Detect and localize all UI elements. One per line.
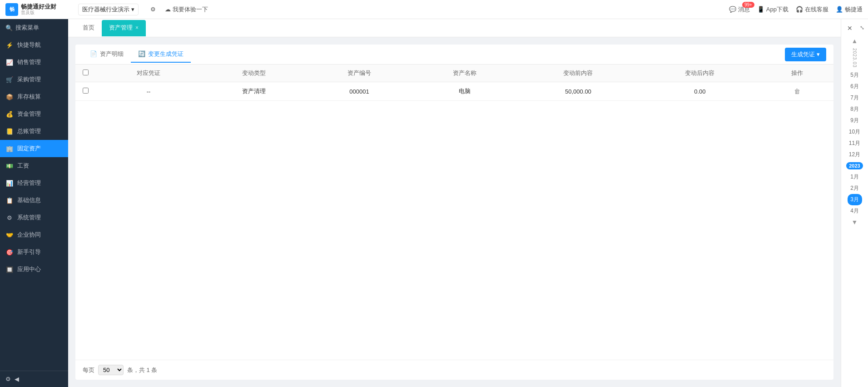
timeline-month-7[interactable]: 7月 bbox=[841, 92, 868, 104]
tab-bar: 首页 资产管理 × bbox=[68, 19, 841, 37]
sub-tabs: 📄 资产明细 🔄 变更生成凭证 生成凭证 ▾ bbox=[75, 45, 833, 64]
header-action: 操作 bbox=[761, 64, 833, 82]
header-checkbox-cell bbox=[75, 64, 96, 82]
sidebar-item-sales[interactable]: 📈 销售管理 bbox=[0, 54, 68, 71]
header-tools: ⚙ ☁ 我要体验一下 bbox=[147, 4, 212, 15]
row-checkbox[interactable] bbox=[83, 88, 89, 94]
sidebar-item-quick-nav[interactable]: ⚡ 快捷导航 bbox=[0, 36, 68, 54]
sidebar-item-system[interactable]: ⚙ 系统管理 bbox=[0, 209, 68, 226]
timeline-scroll-down[interactable]: ▼ bbox=[850, 217, 860, 228]
search-icon: 🔍 bbox=[5, 25, 13, 31]
main-card: 📄 资产明细 🔄 变更生成凭证 生成凭证 ▾ bbox=[75, 45, 833, 380]
timeline-month-10[interactable]: 10月 bbox=[841, 126, 868, 138]
generate-voucher-button[interactable]: 生成凭证 ▾ bbox=[785, 48, 826, 61]
tab-close-icon[interactable]: × bbox=[135, 25, 139, 31]
sidebar-item-inventory[interactable]: 📦 库存核算 bbox=[0, 88, 68, 105]
operations-icon: 📊 bbox=[5, 179, 14, 187]
logo-icon: 畅 bbox=[5, 3, 18, 16]
row-asset-code: 000001 bbox=[307, 82, 412, 101]
table-footer: 每页 50 10 20 100 条，共 1 条 bbox=[75, 360, 833, 380]
timeline-month-11[interactable]: 11月 bbox=[841, 138, 868, 149]
settings-bottom-icon[interactable]: ⚙ bbox=[5, 376, 11, 382]
page-content: 📄 资产明细 🔄 变更生成凭证 生成凭证 ▾ bbox=[68, 37, 841, 387]
logo-text: 畅捷通好业财 普及版 bbox=[21, 3, 56, 16]
header-asset-code: 资产编号 bbox=[307, 64, 412, 82]
timeline-2023-month-1[interactable]: 1月 bbox=[841, 171, 868, 183]
top-header: 畅 畅捷通好业财 普及版 医疗器械行业演示 ▾ ⚙ ☁ 我要体验一下 💬 消息 … bbox=[0, 0, 868, 19]
experience-button[interactable]: ☁ 我要体验一下 bbox=[161, 4, 212, 15]
timeline-month-12[interactable]: 12月 bbox=[841, 149, 868, 160]
tab-home[interactable]: 首页 bbox=[75, 20, 102, 36]
row-before-change: 50,000.00 bbox=[517, 82, 639, 101]
table-wrap: 对应凭证 变动类型 资产编号 资产名称 bbox=[75, 64, 833, 360]
purchase-icon: 🛒 bbox=[5, 75, 14, 84]
sidebar-item-purchase[interactable]: 🛒 采购管理 bbox=[0, 71, 68, 88]
page-size-select[interactable]: 50 10 20 100 bbox=[98, 365, 124, 375]
basic-info-icon: 📋 bbox=[5, 196, 14, 204]
ledger-icon: 📒 bbox=[5, 127, 14, 135]
settings-button[interactable]: ⚙ bbox=[147, 5, 159, 14]
table-row: -- 资产清理 000001 电脑 50,000.00 0.00 🗑 bbox=[75, 82, 833, 101]
sidebar-item-apps[interactable]: 🔲 应用中心 bbox=[0, 261, 68, 278]
panel-header-btns: ✕ ⤡ bbox=[841, 23, 868, 35]
timeline-month-8[interactable]: 8月 bbox=[841, 104, 868, 115]
content-area: 首页 资产管理 × 📄 资产明细 🔄 变更生成凭证 bbox=[68, 19, 841, 387]
collapse-button[interactable]: ◀ bbox=[15, 376, 19, 382]
guide-icon: 🎯 bbox=[5, 248, 14, 256]
salary-icon: 💵 bbox=[5, 162, 14, 170]
customer-service-button[interactable]: 🎧 在线客服 bbox=[796, 5, 828, 14]
row-voucher: -- bbox=[96, 82, 201, 101]
timeline-month-5[interactable]: 5月 bbox=[841, 69, 868, 81]
message-badge: 99+ bbox=[742, 2, 754, 8]
timeline-month-9[interactable]: 9月 bbox=[841, 115, 868, 126]
panel-expand-button[interactable]: ⤡ bbox=[858, 23, 866, 34]
select-all-checkbox[interactable] bbox=[83, 69, 89, 75]
row-change-type: 资产清理 bbox=[201, 82, 307, 101]
timeline-2023-month-2[interactable]: 2月 bbox=[841, 183, 868, 194]
row-asset-name: 电脑 bbox=[412, 82, 517, 101]
quick-nav-icon: ⚡ bbox=[5, 41, 14, 49]
sidebar-item-basic-info[interactable]: 📋 基础信息 bbox=[0, 192, 68, 209]
user-menu[interactable]: 👤 畅捷通 bbox=[836, 5, 863, 14]
app-download-button[interactable]: 📱 App下载 bbox=[757, 5, 789, 14]
delete-button[interactable]: 🗑 bbox=[791, 87, 803, 96]
finance-icon: 💰 bbox=[5, 110, 14, 118]
row-checkbox-cell bbox=[75, 82, 96, 101]
table-header-row: 对应凭证 变动类型 资产编号 资产名称 bbox=[75, 64, 833, 82]
message-icon: 💬 bbox=[729, 6, 736, 13]
timeline-2023-month-4[interactable]: 4月 bbox=[841, 205, 868, 217]
year-header-label: 2023.03 bbox=[852, 48, 857, 68]
fixed-assets-icon: 🏢 bbox=[5, 144, 14, 153]
timeline-2023-month-3[interactable]: 3月 bbox=[848, 194, 862, 205]
cooperation-icon: 🤝 bbox=[5, 231, 14, 239]
main-layout: 🔍 搜索菜单 ⚡ 快捷导航 📈 销售管理 🛒 采购管理 📦 库存核算 💰 资金管… bbox=[0, 19, 868, 387]
sidebar-item-finance[interactable]: 💰 资金管理 bbox=[0, 105, 68, 123]
company-name: 医疗器械行业演示 bbox=[82, 5, 129, 14]
timeline-scroll-up[interactable]: ▲ bbox=[850, 35, 860, 46]
tab-asset-mgmt[interactable]: 资产管理 × bbox=[102, 20, 146, 36]
message-button[interactable]: 💬 消息 99+ bbox=[729, 5, 750, 14]
panel-close-button[interactable]: ✕ bbox=[845, 23, 854, 34]
gear-icon: ⚙ bbox=[150, 6, 156, 13]
apps-icon: 🔲 bbox=[5, 265, 14, 273]
sidebar-search[interactable]: 🔍 搜索菜单 bbox=[0, 19, 68, 36]
sidebar-item-salary[interactable]: 💵 工资 bbox=[0, 157, 68, 174]
exchange-icon: 🔄 bbox=[138, 50, 145, 57]
header-asset-name: 资产名称 bbox=[412, 64, 517, 82]
timeline-month-6[interactable]: 6月 bbox=[841, 81, 868, 92]
sidebar-item-guide[interactable]: 🎯 新手引导 bbox=[0, 243, 68, 261]
app-name: 畅捷通好业财 bbox=[21, 3, 56, 10]
sidebar-item-operations[interactable]: 📊 经营管理 bbox=[0, 174, 68, 192]
sidebar-item-ledger[interactable]: 📒 总账管理 bbox=[0, 123, 68, 140]
sidebar-item-cooperation[interactable]: 🤝 企业协同 bbox=[0, 226, 68, 243]
company-selector[interactable]: 医疗器械行业演示 ▾ bbox=[78, 4, 139, 15]
table-icon: 📄 bbox=[90, 50, 97, 57]
service-icon: 🎧 bbox=[796, 6, 803, 13]
header-right: 💬 消息 99+ 📱 App下载 🎧 在线客服 👤 畅捷通 bbox=[729, 5, 863, 14]
right-panel: ✕ ⤡ ▲ 2023.03 5月 6月 7月 8月 9月 10月 11月 12月… bbox=[841, 19, 868, 387]
sub-tab-asset-detail[interactable]: 📄 资产明细 bbox=[83, 46, 131, 63]
app-edition: 普及版 bbox=[21, 10, 56, 15]
sub-tab-change-voucher[interactable]: 🔄 变更生成凭证 bbox=[131, 46, 191, 63]
sidebar-item-fixed-assets[interactable]: 🏢 固定资产 bbox=[0, 140, 68, 157]
header-before-change: 变动前内容 bbox=[517, 64, 639, 82]
